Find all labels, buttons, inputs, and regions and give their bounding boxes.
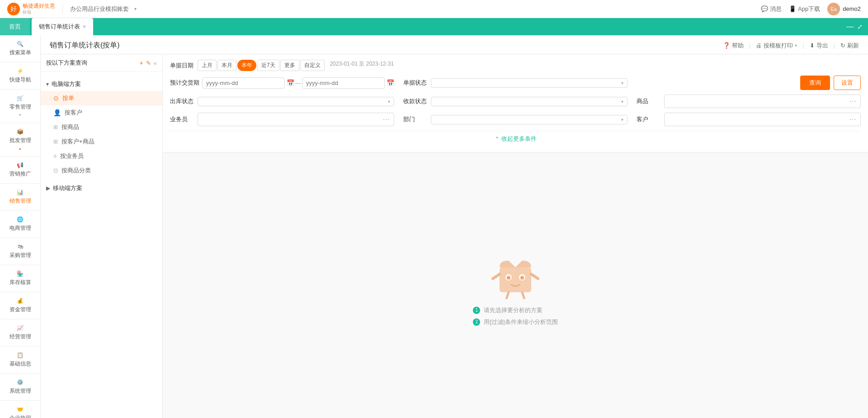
customer-input-area[interactable]: ··· <box>664 113 861 126</box>
refresh-icon: ↻ <box>840 42 845 49</box>
sales-icon: 📊 <box>17 189 24 195</box>
quick-nav-icon: ⚡ <box>17 68 24 74</box>
enterprise-icon: 🤝 <box>17 406 24 413</box>
avatar: Ea <box>827 3 840 15</box>
sidebar-item-basic-info[interactable]: 📋 基础信息 <box>0 347 40 374</box>
sidebar-item-sales[interactable]: 📊 销售管理 <box>0 184 40 211</box>
category-scheme-icon: ⊡ <box>53 167 58 174</box>
date-range-display: 2023-01-01 至 2023-12-31 <box>330 60 394 68</box>
minimize-icon[interactable]: — <box>846 23 854 31</box>
sidebar-item-operations[interactable]: 📈 经营管理 <box>0 319 40 347</box>
sidebar-item-enterprise[interactable]: 🤝 企业协同 <box>0 401 40 418</box>
product-dots[interactable]: ··· <box>849 97 857 105</box>
desktop-group-header[interactable]: ▾ 电脑端方案 <box>41 77 162 91</box>
current-month-btn[interactable]: 本月 <box>217 60 236 71</box>
last7days-btn[interactable]: 近7天 <box>257 60 279 71</box>
top-bar: 好 畅捷通好生意 标版 办公用品行业模拟账套 ▾ 💬 消息 📱 App下载 Ea… <box>0 0 868 18</box>
top-bar-right: 💬 消息 📱 App下载 Ea demo2 <box>761 3 861 15</box>
scheme-item-by-salesperson[interactable]: ≡ 按业务员 <box>41 149 162 163</box>
empty-hint: 1 请先选择要分析的方案 2 用[过滤]条件来缩小分析范围 <box>473 306 557 326</box>
scheme-item-by-product-category[interactable]: ⊡ 按商品分类 <box>41 163 162 178</box>
salesperson-dots[interactable]: ··· <box>383 115 390 124</box>
tab-close-icon[interactable]: × <box>83 24 86 30</box>
scheme-item-by-product[interactable]: ⊞ 按商品 <box>41 120 162 134</box>
date-range-text: 2023-01-01 至 2023-12-31 <box>330 60 394 68</box>
empty-state: 1 请先选择要分析的方案 2 用[过滤]条件来缩小分析范围 <box>163 152 868 418</box>
hint-num-1: 1 <box>473 307 480 314</box>
page-dropdown-label[interactable]: 办公用品行业模拟账套 <box>70 5 129 13</box>
sidebar-item-ecommerce[interactable]: 🌐 电商管理 <box>0 211 40 238</box>
desktop-scheme-group: ▾ 电脑端方案 ⊙ 按单 👤 按客户 ⊞ 按商 <box>41 76 162 180</box>
delivery-select[interactable]: ▾ <box>198 97 394 106</box>
refresh-button[interactable]: ↻ 刷新 <box>840 42 859 50</box>
svg-line-7 <box>506 292 509 299</box>
sidebar: 🔍 搜索菜单 ⚡ 快捷导航 🛒 零售管理 ▾ 📦 批发管理 ▴ 📢 营销推广 📊… <box>0 35 41 418</box>
department-select[interactable]: ▾ <box>431 115 627 124</box>
edit-scheme-button[interactable]: ✎ <box>146 60 151 66</box>
date-btn-group: 上月 本月 本年 近7天 更多 自定义 <box>198 60 325 71</box>
custom-date-btn[interactable]: 自定义 <box>300 60 325 71</box>
collapse-panel-button[interactable]: « <box>154 60 157 66</box>
expected-date-start-input[interactable] <box>202 77 285 89</box>
chevron-right-icon: ▶ <box>46 185 50 191</box>
hint-text-2: 用[过滤]条件来缩小分析范围 <box>484 318 557 326</box>
collapse-filter-label: 收起更多条件 <box>501 135 537 143</box>
mobile-group-label: 移动端方案 <box>53 184 82 192</box>
more-date-btn[interactable]: 更多 <box>280 60 299 71</box>
scheme-item-by-order[interactable]: ⊙ 按单 <box>41 91 162 105</box>
current-year-btn[interactable]: 本年 <box>237 60 256 71</box>
svg-rect-0 <box>500 267 531 292</box>
salesperson-input-area[interactable]: ··· <box>198 113 394 126</box>
payment-arrow: ▾ <box>621 99 623 104</box>
scheme-item-by-customer[interactable]: 👤 按客户 <box>41 105 162 120</box>
export-button[interactable]: ⬇ 导出 <box>810 42 828 50</box>
date-filter-group: 单据日期 上月 本月 本年 近7天 更多 自定义 <box>170 60 325 71</box>
sidebar-item-system[interactable]: ⚙️ 系统管理 <box>0 374 40 401</box>
scheme-item-label: 按单 <box>62 94 74 102</box>
print-icon: 🖨 <box>756 42 762 49</box>
department-label: 部门 <box>403 115 428 124</box>
user-area[interactable]: Ea demo2 <box>827 3 861 15</box>
logo-text: 畅捷通好生意 标版 <box>23 3 55 14</box>
sidebar-item-retail[interactable]: 🛒 零售管理 ▾ <box>0 90 40 123</box>
product-input-area[interactable]: ··· <box>664 95 861 108</box>
sidebar-item-finance[interactable]: 💰 资金管理 <box>0 292 40 319</box>
mobile-group-header[interactable]: ▶ 移动端方案 <box>41 181 162 195</box>
sidebar-item-purchase[interactable]: 🛍 采购管理 <box>0 238 40 265</box>
sidebar-item-search-menu[interactable]: 🔍 搜索菜单 <box>0 35 40 62</box>
hint-text-1: 请先选择要分析的方案 <box>484 306 542 314</box>
last-month-btn[interactable]: 上月 <box>198 60 217 71</box>
scheme-list: ▾ 电脑端方案 ⊙ 按单 👤 按客户 ⊞ 按商 <box>41 72 162 418</box>
expected-date-filter: 预计交货期 📅 — 📅 <box>170 77 394 89</box>
tab-sales-order-stats[interactable]: 销售订单统计表 × <box>32 18 93 35</box>
mobile-scheme-group: ▶ 移动端方案 <box>41 180 162 197</box>
app-download-button[interactable]: 📱 App下载 <box>789 5 820 13</box>
calendar-icon-end[interactable]: 📅 <box>387 79 394 86</box>
template-print-button[interactable]: 🖨 按模板打印 ▾ <box>756 42 797 50</box>
collapse-filter-button[interactable]: ⌃ 收起更多条件 <box>170 131 861 147</box>
sidebar-item-inventory[interactable]: 🏪 库存核算 <box>0 265 40 292</box>
tab-home[interactable]: 首页 <box>0 18 30 35</box>
sidebar-item-quick-nav[interactable]: ⚡ 快捷导航 <box>0 62 40 90</box>
page-actions: ❓ 帮助 | 🖨 按模板打印 ▾ | ⬇ 导出 | ↻ 刷新 <box>723 42 859 50</box>
desktop-group-label: 电脑端方案 <box>52 80 81 88</box>
search-button[interactable]: 查询 <box>800 76 830 90</box>
collapse-arrow-icon: ⌃ <box>495 136 500 142</box>
message-button[interactable]: 💬 消息 <box>761 5 782 13</box>
expected-date-end-input[interactable] <box>302 77 385 89</box>
sidebar-item-marketing[interactable]: 📢 营销推广 <box>0 157 40 184</box>
status-select[interactable]: ▾ <box>431 78 627 88</box>
customer-dots[interactable]: ··· <box>849 115 857 124</box>
logo-icon: 好 <box>7 3 20 15</box>
add-scheme-button[interactable]: + <box>140 59 143 66</box>
maximize-icon[interactable]: ⤢ <box>857 23 863 30</box>
tab-bar-actions: — ⤢ <box>846 23 868 31</box>
payment-select[interactable]: ▾ <box>431 97 627 106</box>
settings-button[interactable]: 设置 <box>834 76 861 90</box>
right-panel: 单据日期 上月 本月 本年 近7天 更多 自定义 2023-01-0 <box>163 54 868 418</box>
calendar-icon-start[interactable]: 📅 <box>287 79 294 86</box>
dropdown-icon[interactable]: ▾ <box>134 6 137 11</box>
sidebar-item-wholesale[interactable]: 📦 批发管理 ▴ <box>0 123 40 157</box>
scheme-item-by-customer-product[interactable]: ⊞ 按客户+商品 <box>41 134 162 149</box>
help-button[interactable]: ❓ 帮助 <box>723 42 744 50</box>
